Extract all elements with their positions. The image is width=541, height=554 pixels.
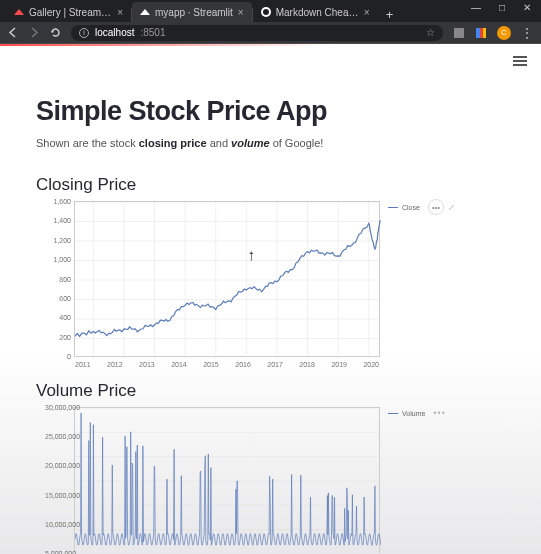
streamlit-icon	[14, 7, 24, 17]
xtick: 2012	[107, 361, 123, 368]
back-button[interactable]	[8, 27, 19, 38]
xtick: 2018	[299, 361, 315, 368]
svg-rect-8	[483, 28, 486, 38]
window-close[interactable]: ✕	[523, 2, 531, 13]
chart-close-xticks: 2011 2012 2013 2014 2015 2016 2017 2018 …	[75, 361, 379, 368]
github-icon	[261, 7, 271, 17]
tab-title: Gallery | Streamlit — The fastes	[29, 7, 112, 18]
ytick: 1,400	[45, 217, 71, 224]
ytick: 1,600	[45, 198, 71, 205]
ytick: 400	[45, 314, 71, 321]
svg-point-3	[263, 9, 269, 15]
site-info-icon[interactable]: i	[79, 28, 89, 38]
url-host: localhost	[95, 27, 134, 38]
subtitle-text: Shown are the stock	[36, 137, 139, 149]
chart-volume-container: 30,000,000 25,000,000 20,000,000 15,000,…	[36, 407, 505, 553]
chart-menu-button[interactable]: •••	[433, 408, 445, 418]
extension-icon[interactable]	[453, 27, 465, 39]
ytick: 600	[45, 295, 71, 302]
xtick: 2013	[139, 361, 155, 368]
ytick: 25,000,000	[45, 433, 71, 440]
legend-label: Volume	[402, 410, 425, 417]
tab-gallery[interactable]: Gallery | Streamlit — The fastes ×	[6, 2, 131, 22]
close-icon[interactable]: ×	[238, 7, 244, 18]
page-viewport: Simple Stock Price App Shown are the sto…	[0, 44, 541, 554]
page-subtitle: Shown are the stock closing price and vo…	[36, 137, 505, 149]
svg-marker-0	[14, 9, 24, 15]
ytick: 200	[45, 334, 71, 341]
subtitle-text: and	[207, 137, 231, 149]
chart-volume-svg	[75, 408, 381, 554]
subtitle-bold-italic: volume	[231, 137, 270, 149]
tab-strip: Gallery | Streamlit — The fastes × myapp…	[0, 0, 541, 22]
profile-avatar[interactable]: C	[497, 26, 511, 40]
window-maximize[interactable]: □	[499, 2, 505, 13]
close-icon[interactable]: ×	[364, 7, 370, 18]
close-icon[interactable]: ×	[117, 7, 123, 18]
svg-rect-7	[480, 28, 483, 38]
ytick: 1,200	[45, 237, 71, 244]
legend-label: Close	[402, 204, 420, 211]
ytick: 1,000	[45, 256, 71, 263]
subtitle-text: of Google!	[270, 137, 324, 149]
chart-volume-legend: Volume •••	[388, 407, 446, 553]
chart-close-plot[interactable]: 1,600 1,400 1,200 1,000 800 600 400 200 …	[74, 201, 380, 357]
legend-swatch	[388, 207, 398, 208]
chart-volume-plot[interactable]: 30,000,000 25,000,000 20,000,000 15,000,…	[74, 407, 380, 553]
page-title: Simple Stock Price App	[36, 96, 505, 127]
svg-rect-5	[454, 28, 464, 38]
xtick: 2019	[331, 361, 347, 368]
svg-marker-1	[140, 9, 150, 15]
ytick: 0	[45, 353, 71, 360]
xtick: 2016	[235, 361, 251, 368]
ytick: 5,000,000	[45, 550, 71, 554]
ytick: 800	[45, 276, 71, 283]
tab-title: Markdown Cheatsheet · adam-p	[276, 7, 359, 18]
window-minimize[interactable]: —	[471, 2, 481, 13]
window-controls: — □ ✕	[471, 0, 541, 13]
xtick: 2017	[267, 361, 283, 368]
url-rest: :8501	[140, 27, 165, 38]
address-bar[interactable]: i localhost:8501 ☆	[71, 25, 443, 41]
page-content: Simple Stock Price App Shown are the sto…	[0, 46, 541, 553]
streamlit-icon	[140, 7, 150, 17]
xtick: 2014	[171, 361, 187, 368]
tab-title: myapp · Streamlit	[155, 7, 233, 18]
ytick: 30,000,000	[45, 404, 71, 411]
chart-heading-close: Closing Price	[36, 175, 505, 195]
chart-volume-yticks: 30,000,000 25,000,000 20,000,000 15,000,…	[45, 404, 71, 554]
xtick: 2011	[75, 361, 91, 368]
extension-icon[interactable]	[475, 27, 487, 39]
chart-menu-button[interactable]: •••	[428, 199, 444, 215]
reload-button[interactable]	[50, 27, 61, 38]
chart-close-svg	[75, 202, 381, 358]
tab-markdown[interactable]: Markdown Cheatsheet · adam-p ×	[253, 2, 378, 22]
ytick: 15,000,000	[45, 492, 71, 499]
xtick: 2015	[203, 361, 219, 368]
ytick: 20,000,000	[45, 462, 71, 469]
tab-myapp[interactable]: myapp · Streamlit ×	[132, 2, 252, 22]
ytick: 10,000,000	[45, 521, 71, 528]
streamlit-menu-icon[interactable]	[513, 54, 527, 68]
svg-rect-6	[476, 28, 480, 38]
chart-close-container: 1,600 1,400 1,200 1,000 800 600 400 200 …	[36, 201, 505, 357]
browser-menu-icon[interactable]: ⋮	[521, 26, 533, 40]
bookmark-icon[interactable]: ☆	[426, 27, 435, 38]
chart-heading-volume: Volume Price	[36, 381, 505, 401]
new-tab-button[interactable]: +	[378, 7, 402, 22]
forward-button[interactable]	[29, 27, 40, 38]
xtick: 2020	[363, 361, 379, 368]
legend-swatch	[388, 413, 398, 414]
subtitle-bold: closing price	[139, 137, 207, 149]
url-bar: i localhost:8501 ☆ C ⋮	[0, 22, 541, 44]
chart-close-yticks: 1,600 1,400 1,200 1,000 800 600 400 200 …	[45, 198, 71, 360]
expand-icon[interactable]: ⤢	[448, 203, 455, 212]
chart-close-legend: Close ••• ⤢	[388, 201, 455, 357]
